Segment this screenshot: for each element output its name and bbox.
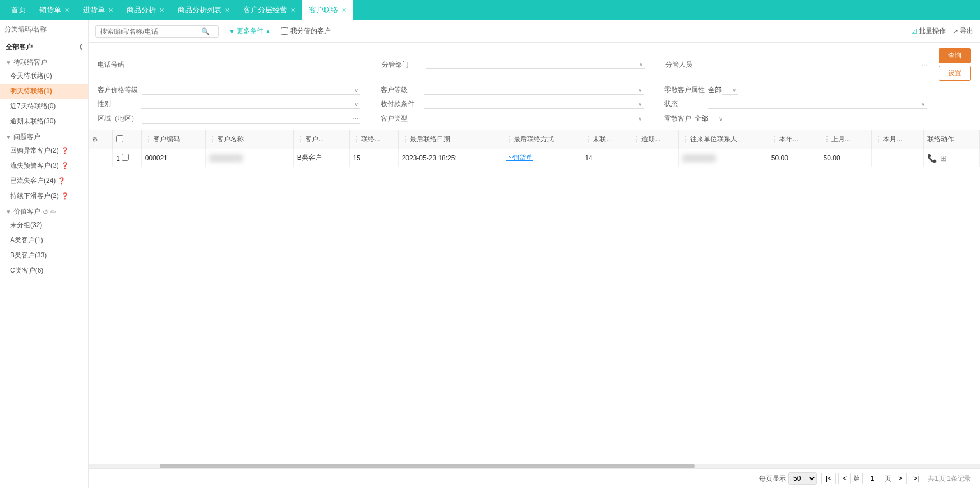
col-header-name[interactable]: 客户名称: [205, 130, 293, 149]
retail-attr-select[interactable]: ∨: [722, 86, 738, 95]
retail-customer-label: 零散客户: [664, 114, 691, 123]
retail-attr-value: 全部: [708, 85, 722, 95]
customer-grade-caret-icon: ∨: [638, 87, 642, 93]
col-header-code[interactable]: 客户编码: [141, 130, 205, 149]
status-caret-icon: ∨: [921, 101, 925, 107]
nav-customer-contact[interactable]: 客户联络 ✕: [302, 0, 353, 20]
filter-value-grade: 客户价格等级 ∨: [98, 85, 360, 95]
problem-customer-group: 问题客户: [0, 129, 88, 143]
col-header-last-way[interactable]: 最后联络方式: [502, 130, 581, 149]
dept-select[interactable]: ∨: [426, 60, 646, 69]
retail-customer-select[interactable]: ∨: [708, 114, 725, 123]
nav-customer-layered[interactable]: 客户分层经营 ✕: [237, 0, 302, 20]
nav-product-analysis-list[interactable]: 商品分析列表 ✕: [171, 0, 237, 20]
col-header-last-date[interactable]: 最后联络日期: [398, 130, 502, 149]
phone-input[interactable]: [141, 59, 362, 70]
edit-icon[interactable]: ✏: [50, 208, 56, 216]
sidebar-item-c-class[interactable]: C类客户(6): [0, 263, 88, 278]
col-header-contact[interactable]: 联络...: [349, 130, 398, 149]
sidebar-item-b-class[interactable]: B类客户(33): [0, 248, 88, 263]
customer-type-label: 客户类型: [381, 114, 420, 123]
sidebar-item-7days-pending[interactable]: 近7天待联络(0): [0, 99, 88, 114]
nav-purchase-order[interactable]: 进货单 ✕: [76, 0, 120, 20]
sidebar-item-a-class[interactable]: A类客户(1): [0, 233, 88, 248]
col-header-unit-contact[interactable]: 往来单位联系人: [679, 130, 768, 149]
value-grade-label: 客户价格等级: [98, 85, 138, 95]
scrollbar-thumb[interactable]: [160, 464, 695, 468]
col-header-this-month[interactable]: 本月...: [872, 130, 924, 149]
row-contact-count: 15: [349, 149, 398, 167]
row-last-way[interactable]: 下销货单: [502, 149, 581, 167]
area-select[interactable]: ···: [142, 113, 360, 124]
col-header-this-year[interactable]: 本年...: [768, 130, 820, 149]
col-header-overdue[interactable]: 逾期...: [630, 130, 679, 149]
sidebar-item-overdue-pending[interactable]: 逾期未联络(30): [0, 114, 88, 129]
close-customer-contact-icon[interactable]: ✕: [341, 7, 346, 14]
query-button[interactable]: 查询: [939, 48, 971, 63]
customer-grade-select[interactable]: ∨: [424, 86, 644, 95]
phone-action-icon[interactable]: 📞: [927, 154, 937, 163]
col-header-last-month[interactable]: 上月...: [820, 130, 872, 149]
col-header-check[interactable]: [113, 130, 141, 149]
sidebar-item-repurchase-abnormal[interactable]: 回购异常客户(2) ❓: [0, 143, 88, 158]
close-purchase-order-icon[interactable]: ✕: [108, 7, 113, 14]
customer-type-select[interactable]: ∨: [424, 114, 644, 123]
payment-select[interactable]: ∨: [424, 100, 644, 109]
my-customer-checkbox[interactable]: [281, 27, 288, 35]
gender-select[interactable]: ∨: [141, 100, 360, 109]
prev-page-btn[interactable]: <: [838, 473, 851, 484]
filter-icon: ▼: [229, 28, 235, 35]
sidebar-item-today-pending[interactable]: 今天待联络(0): [0, 68, 88, 84]
sidebar-item-churn-warning[interactable]: 流失预警客户(3) ❓: [0, 158, 88, 173]
batch-op-button[interactable]: ☑ 批量操作: [911, 26, 946, 36]
close-sales-order-icon[interactable]: ✕: [64, 7, 70, 14]
gender-caret-icon: ∨: [354, 101, 358, 107]
next-page-btn[interactable]: >: [894, 473, 907, 484]
per-page-select[interactable]: 50 100 200: [788, 472, 817, 485]
first-page-btn[interactable]: |<: [821, 473, 836, 484]
col-header-unlinked[interactable]: 未联...: [581, 130, 630, 149]
sidebar-item-declining[interactable]: 持续下滑客户(2) ❓: [0, 188, 88, 204]
all-customers-header[interactable]: 全部客户 《: [0, 38, 88, 54]
col-header-settings[interactable]: ⚙: [89, 130, 113, 149]
nav-home[interactable]: 首页: [4, 0, 33, 20]
filter-phone: 电话号码: [98, 59, 362, 70]
select-all-checkbox[interactable]: [116, 135, 123, 142]
more-filter-button[interactable]: ▼ 更多条件 ▲: [224, 25, 275, 38]
row-check[interactable]: 1: [113, 149, 141, 167]
filter-area: 区域（地区） ···: [98, 113, 360, 124]
person-select[interactable]: ···: [709, 59, 930, 70]
close-customer-layered-icon[interactable]: ✕: [290, 7, 295, 14]
row-code[interactable]: 000021: [141, 149, 205, 167]
page-input[interactable]: [862, 473, 882, 484]
arrow-up-icon: ▲: [265, 28, 271, 34]
horizontal-scrollbar[interactable]: [89, 464, 980, 468]
col-header-type[interactable]: 客户...: [293, 130, 349, 149]
nav-sales-order[interactable]: 销货单 ✕: [33, 0, 76, 20]
refresh-icon[interactable]: ↺: [43, 208, 48, 216]
search-input[interactable]: [100, 27, 201, 35]
sidebar-search-input[interactable]: [4, 25, 89, 33]
payment-caret-icon: ∨: [638, 101, 642, 107]
close-product-analysis-icon[interactable]: ✕: [159, 7, 164, 14]
nav-product-analysis[interactable]: 商品分析 ✕: [120, 0, 171, 20]
sidebar-item-ungrouped[interactable]: 未分组(32): [0, 218, 88, 233]
question-icon-2: ❓: [58, 177, 66, 185]
close-product-analysis-list-icon[interactable]: ✕: [225, 7, 230, 14]
sidebar-item-churned[interactable]: 已流失客户(24) ❓: [0, 173, 88, 188]
row-settings: [89, 149, 113, 167]
last-page-btn[interactable]: >|: [909, 473, 923, 484]
grid-action-icon[interactable]: ⊞: [940, 154, 947, 163]
export-button[interactable]: ↗ 导出: [953, 26, 973, 36]
last-way-link[interactable]: 下销货单: [506, 154, 533, 162]
status-select[interactable]: ∨: [708, 100, 927, 109]
search-icon-btn[interactable]: 🔍: [201, 27, 210, 35]
set-button[interactable]: 设置: [939, 66, 971, 81]
sidebar-item-tomorrow-pending[interactable]: 明天待联络(1): [0, 84, 88, 99]
row-actions: 📞 ⊞: [924, 149, 980, 167]
value-grade-select[interactable]: ∨: [142, 86, 360, 95]
collapse-icon[interactable]: 《: [76, 43, 82, 52]
row-checkbox[interactable]: [122, 154, 129, 161]
filter-payment: 收付款条件 ∨: [381, 99, 644, 109]
dept-label: 分管部门: [382, 60, 421, 70]
